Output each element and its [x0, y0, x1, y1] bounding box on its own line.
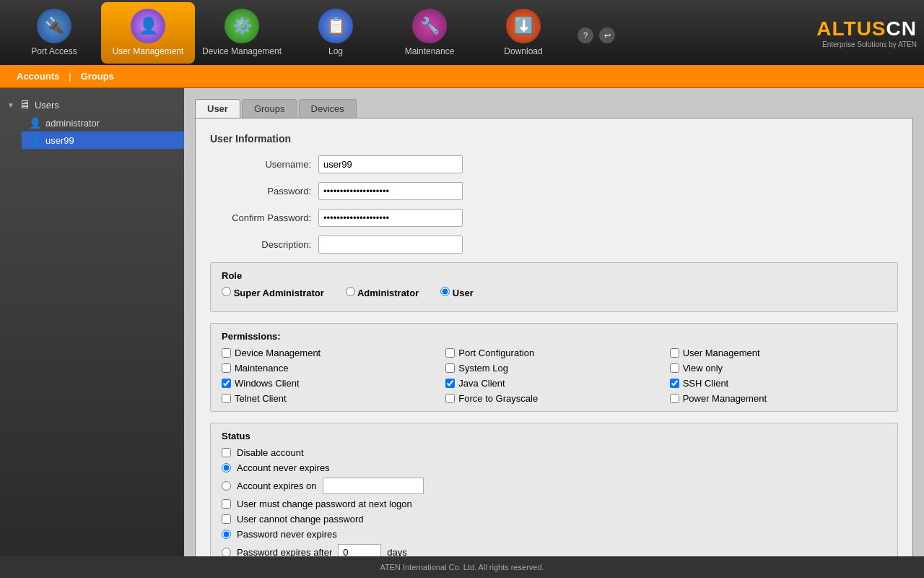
- nav-user-management-label: User Management: [113, 46, 184, 56]
- perm-view-only[interactable]: View only: [670, 363, 886, 374]
- perm-power-management-cb[interactable]: [670, 394, 679, 403]
- sidebar-item-administrator-label: administrator: [45, 118, 100, 129]
- collapse-icon[interactable]: ▼: [7, 101, 14, 109]
- perm-device-management-label: Device Management: [235, 348, 321, 358]
- user-icon-user99: 👤: [29, 134, 41, 146]
- perm-telnet-client-label: Telnet Client: [235, 393, 287, 404]
- role-super-admin-label: Super Administrator: [234, 288, 324, 298]
- maintenance-icon: 🔧: [412, 9, 447, 43]
- account-never-expires-radio[interactable]: [222, 463, 231, 473]
- perm-windows-client-cb[interactable]: [222, 379, 231, 388]
- status-account-never-expires: Account never expires: [222, 462, 886, 473]
- nav-port-access[interactable]: 🔌 Port Access: [7, 2, 101, 64]
- role-section: Role Super Administrator Administrator U…: [210, 262, 898, 312]
- perm-java-client[interactable]: Java Client: [445, 378, 662, 389]
- account-expires-on-input[interactable]: [323, 478, 424, 494]
- password-expires-after-radio[interactable]: [222, 548, 231, 556]
- perm-windows-client[interactable]: Windows Client: [222, 378, 438, 389]
- role-user-radio[interactable]: [440, 287, 450, 296]
- perm-system-log-label: System Log: [458, 363, 508, 374]
- status-cannot-change-password: User cannot change password: [222, 514, 886, 525]
- password-never-expires-radio[interactable]: [222, 530, 231, 539]
- tab-groups[interactable]: Groups: [242, 99, 297, 118]
- nav-maintenance[interactable]: 🔧 Maintenance: [383, 2, 476, 64]
- nav-device-management-label: Device Management: [202, 46, 282, 56]
- subnav-separator: |: [69, 71, 71, 82]
- tab-user[interactable]: User: [195, 99, 240, 118]
- perm-system-log[interactable]: System Log: [445, 363, 662, 374]
- tree-root[interactable]: ▼ 🖥 Users: [0, 95, 184, 114]
- sidebar-item-user99[interactable]: 👤 user99: [22, 131, 184, 149]
- disable-account-cb[interactable]: [222, 448, 231, 457]
- logo-subtitle: Enterprise Solutions by ATEN: [822, 40, 917, 48]
- tab-devices[interactable]: Devices: [299, 99, 357, 118]
- perm-port-configuration-cb[interactable]: [445, 348, 455, 358]
- role-administrator[interactable]: Administrator: [346, 287, 419, 298]
- subnav-accounts[interactable]: Accounts: [11, 68, 65, 85]
- user-icon-admin: 👤: [29, 117, 41, 129]
- main-content: ▼ 🖥 Users 👤 administrator 👤 user99 User …: [0, 88, 924, 556]
- perm-ssh-client[interactable]: SSH Client: [670, 378, 886, 389]
- logo-text: ALTUSCN: [816, 17, 917, 40]
- confirm-password-input[interactable]: [318, 209, 463, 227]
- perm-telnet-client[interactable]: Telnet Client: [222, 393, 438, 404]
- nav-download[interactable]: ⬇️ Download: [476, 2, 570, 64]
- perm-java-client-label: Java Client: [458, 378, 505, 389]
- perm-force-grayscale[interactable]: Force to Grayscale: [445, 393, 662, 404]
- role-title: Role: [222, 270, 886, 281]
- tree-sub-items: 👤 administrator 👤 user99: [0, 114, 184, 149]
- role-administrator-radio[interactable]: [346, 287, 355, 296]
- logo-area: ALTUSCN Enterprise Solutions by ATEN: [816, 17, 917, 48]
- perm-ssh-client-cb[interactable]: [670, 379, 679, 388]
- password-input[interactable]: [318, 182, 463, 200]
- perm-user-management[interactable]: User Management: [670, 348, 886, 358]
- must-change-password-cb[interactable]: [222, 499, 231, 509]
- perm-java-client-cb[interactable]: [445, 379, 455, 388]
- help-icon[interactable]: ?: [578, 27, 593, 43]
- perm-system-log-cb[interactable]: [445, 363, 455, 373]
- subnav-groups[interactable]: Groups: [75, 68, 120, 85]
- password-expires-days-input[interactable]: [338, 544, 381, 556]
- description-input[interactable]: [318, 236, 463, 254]
- perm-device-management[interactable]: Device Management: [222, 348, 438, 358]
- device-management-icon: ⚙️: [225, 9, 259, 43]
- perm-device-management-cb[interactable]: [222, 348, 231, 358]
- perm-view-only-cb[interactable]: [670, 363, 679, 373]
- nav-maintenance-label: Maintenance: [405, 46, 455, 56]
- perm-power-management[interactable]: Power Management: [670, 393, 886, 404]
- username-input[interactable]: [318, 155, 463, 173]
- role-super-admin[interactable]: Super Administrator: [222, 287, 324, 298]
- permissions-title: Permissions:: [222, 331, 886, 342]
- perm-telnet-client-cb[interactable]: [222, 394, 231, 403]
- perm-user-management-label: User Management: [683, 348, 760, 358]
- status-must-change-password: User must change password at next logon: [222, 499, 886, 509]
- top-navigation: 🔌 Port Access 👤 User Management ⚙️ Devic…: [0, 0, 924, 65]
- perm-maintenance[interactable]: Maintenance: [222, 363, 438, 374]
- role-user[interactable]: User: [440, 287, 474, 298]
- account-expires-on-radio[interactable]: [222, 481, 231, 491]
- user-management-icon: 👤: [131, 9, 165, 43]
- perm-user-management-cb[interactable]: [670, 348, 679, 358]
- perm-ssh-client-label: SSH Client: [683, 378, 729, 389]
- password-row: Password:: [210, 182, 898, 200]
- role-super-admin-radio[interactable]: [222, 287, 231, 296]
- cannot-change-password-cb[interactable]: [222, 514, 231, 524]
- status-account-expires-on: Account expires on: [222, 478, 886, 494]
- password-expires-after-label: Password expires after: [237, 547, 332, 556]
- status-password-never-expires: Password never expires: [222, 529, 886, 540]
- nav-log-label: Log: [328, 46, 343, 56]
- port-access-icon: 🔌: [37, 9, 71, 43]
- nav-device-management[interactable]: ⚙️ Device Management: [195, 2, 289, 64]
- perm-force-grayscale-label: Force to Grayscale: [458, 393, 538, 404]
- sidebar-item-administrator[interactable]: 👤 administrator: [22, 114, 184, 131]
- must-change-password-label: User must change password at next logon: [237, 499, 412, 509]
- nav-user-management[interactable]: 👤 User Management: [101, 2, 195, 64]
- username-row: Username:: [210, 155, 898, 173]
- perm-power-management-label: Power Management: [683, 393, 767, 404]
- nav-log[interactable]: 📋 Log: [289, 2, 383, 64]
- perm-port-configuration[interactable]: Port Configuration: [445, 348, 662, 358]
- perm-maintenance-cb[interactable]: [222, 363, 231, 373]
- perm-force-grayscale-cb[interactable]: [445, 394, 455, 403]
- logout-icon[interactable]: ↩: [599, 27, 615, 43]
- footer-text: ATEN International Co. Ltd. All rights r…: [380, 563, 544, 571]
